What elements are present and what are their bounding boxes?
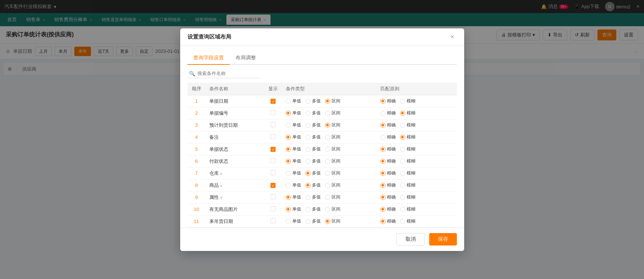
dialog-body: 查询字段设置 布局调整 🔍 顺序 条件名称 显示 条件类型 — [180, 46, 464, 79]
dialog-tabs: 查询字段设置 布局调整 — [187, 52, 457, 65]
dialog-header: 设置查询区域布局 × — [180, 28, 464, 46]
dialog: 设置查询区域布局 × 查询字段设置 布局调整 🔍 顺序 — [180, 28, 464, 79]
search-input[interactable] — [197, 71, 259, 76]
search-icon: 🔍 — [189, 71, 195, 76]
dialog-close-btn[interactable]: × — [448, 32, 457, 41]
modal-overlay: 设置查询区域布局 × 查询字段设置 布局调整 🔍 顺序 — [0, 0, 644, 79]
dialog-title: 设置查询区域布局 — [187, 34, 231, 40]
search-box: 🔍 — [187, 69, 260, 78]
dialog-tab-fields[interactable]: 查询字段设置 — [187, 52, 230, 65]
dialog-tab-layout[interactable]: 布局调整 — [230, 52, 262, 65]
